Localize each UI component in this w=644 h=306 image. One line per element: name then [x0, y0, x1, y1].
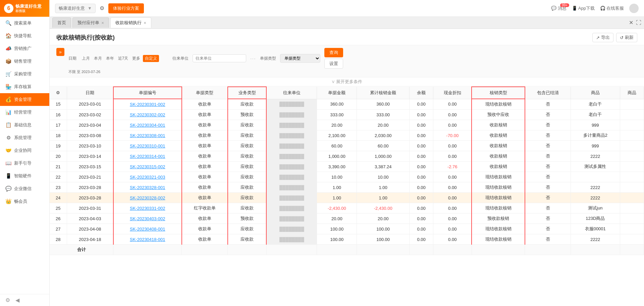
last-month-btn[interactable]: 上月 — [80, 55, 91, 62]
sidebar-item-采购管理[interactable]: 🛒采购管理 — [0, 68, 49, 80]
sidebar-icon-0: 🔍 — [5, 20, 11, 26]
close-tab-btn[interactable]: ✕ — [629, 19, 633, 26]
table-row[interactable]: 25 2023-03-31 SK-20230331-002 红字收款单 应收款 … — [50, 203, 644, 213]
sidebar-item-营销推广[interactable]: 📣营销推广 — [0, 42, 49, 55]
this-month-btn[interactable]: 本月 — [93, 55, 103, 62]
partner-input[interactable] — [193, 54, 246, 62]
export-button[interactable]: ↗ 导出 — [592, 33, 613, 42]
cell-balance: 0.00 — [410, 99, 433, 110]
expand-row: ∨ 展开更多条件 — [50, 77, 644, 86]
sidebar-item-企业协同[interactable]: 🤝企业协同 — [0, 144, 49, 157]
table-row[interactable]: 27 2023-04-08 SK-20230408-001 收款单 应收款 ██… — [50, 224, 644, 234]
message-count: 99+ — [560, 3, 569, 7]
sidebar-item-销售管理[interactable]: 📦销售管理 — [0, 55, 49, 68]
refresh-button[interactable]: ↺ 刷新 — [616, 33, 637, 42]
table-row[interactable]: 17 2023-03-04 SK-20230304-001 收款单 应收款 ██… — [50, 120, 644, 130]
expand-more-btn[interactable]: ∨ 展开更多条件 — [331, 79, 363, 85]
table-row[interactable]: 21 2023-03-15 SK-20230315-002 收款单 应收款 ██… — [50, 162, 644, 172]
col-balance: 余额 — [410, 87, 433, 99]
cell-amount: 100.00 — [317, 224, 357, 234]
query-button[interactable]: 查询 — [324, 48, 343, 57]
cell-cash-discount: 0.00 — [433, 141, 472, 151]
table-row[interactable]: 22 2023-03-21 SK-20230321-003 收款单 应收款 ██… — [50, 172, 644, 182]
tab-close-1[interactable]: ✕ — [101, 21, 104, 25]
table-row[interactable]: 18 2023-03-08 SK-20230308-001 收款单 应收款 ██… — [50, 130, 644, 141]
cell-balance: 0.00 — [410, 224, 433, 234]
bill-no-link[interactable]: SK-20230408-001 — [130, 227, 165, 232]
sidebar-item-基础信息[interactable]: 📋基础信息 — [0, 119, 49, 131]
sidebar-item-新手引导[interactable]: 📖新手引导 — [0, 157, 49, 170]
cell-bill-no: SK-20230418-001 — [113, 234, 182, 245]
cell-biz-type: 应收款 — [228, 234, 267, 245]
bill-no-link[interactable]: SK-20230310-001 — [130, 143, 165, 148]
cell-bill-no: SK-20230301-002 — [113, 99, 182, 110]
last7-btn[interactable]: 近7天 — [117, 55, 130, 62]
cell-bill-no: SK-20230315-002 — [113, 162, 182, 172]
bill-no-link[interactable]: SK-20230321-003 — [130, 175, 165, 180]
user-avatar[interactable] — [629, 4, 639, 13]
app-download-link[interactable]: 📱 App下载 — [572, 5, 595, 11]
cell-include-settled: 否 — [525, 203, 571, 213]
bill-no-link[interactable]: SK-20230314-001 — [130, 154, 165, 159]
cell-amount: 1,000.00 — [317, 151, 357, 162]
bill-no-link[interactable]: SK-20230418-001 — [130, 237, 165, 242]
cell-biz-type: 应收款 — [228, 120, 267, 130]
sidebar-item-库存核算[interactable]: 🏪库存核算 — [0, 80, 49, 93]
sidebar-item-智能硬件[interactable]: 📱智能硬件 — [0, 170, 49, 182]
more-date-btn[interactable]: 更多 — [131, 55, 142, 62]
topbar-gear-icon[interactable]: ⚙ — [100, 5, 104, 11]
filter-date-group: 日期 上月 本月 本年 近7天 更多 自定义 往来单位 ··· — [68, 48, 343, 74]
tab-0[interactable]: 首页 — [52, 17, 71, 28]
sidebar-item-快捷导航[interactable]: 🏠快捷导航 — [0, 29, 49, 42]
message-badge[interactable]: 💬 消息 99+ — [551, 5, 567, 11]
sidebar-item-系统管理[interactable]: ⚙系统管理 — [0, 131, 49, 144]
cell-no: 16 — [50, 110, 67, 120]
trial-button[interactable]: 体验行业方案 — [108, 3, 144, 13]
col-settings[interactable]: ⚙ — [50, 87, 67, 99]
bill-type-select[interactable]: 单据类型 — [280, 54, 320, 63]
bill-no-link[interactable]: SK-20230301-002 — [130, 102, 165, 107]
table-row[interactable]: 16 2023-03-02 SK-20230302-002 收款单 预收款 ██… — [50, 110, 644, 120]
sidebar-label-7: 经营管理 — [14, 109, 32, 115]
table-row[interactable]: 15 2023-03-01 SK-20230301-002 收款单 应收款 ██… — [50, 99, 644, 110]
bill-no-link[interactable]: SK-20230328-001 — [130, 185, 165, 190]
maximize-btn[interactable]: ⛶ — [636, 20, 641, 26]
cell-goods2 — [620, 182, 644, 193]
bill-no-link[interactable]: SK-20230328-002 — [130, 195, 165, 200]
sidebar-icon-4: 🛒 — [5, 71, 11, 77]
table-row[interactable]: 19 2023-03-10 SK-20230310-001 收款单 应收款 ██… — [50, 141, 644, 151]
table-row[interactable]: 28 2023-04-18 SK-20230418-001 收款单 应收款 ██… — [50, 234, 644, 245]
table-row[interactable]: 20 2023-03-14 SK-20230314-001 收款单 应收款 ██… — [50, 151, 644, 162]
sidebar-item-经营管理[interactable]: 📊经营管理 — [0, 106, 49, 119]
breadcrumb-dropdown-icon[interactable]: ▼ — [88, 6, 92, 11]
bill-no-link[interactable]: SK-20230302-002 — [130, 112, 165, 117]
sidebar-item-畅会员[interactable]: 👑畅会员 — [0, 195, 49, 208]
custom-date-btn[interactable]: 自定义 — [143, 55, 159, 62]
sidebar-icon-12: 📱 — [5, 173, 11, 179]
cell-bill-no: SK-20230328-001 — [113, 182, 182, 193]
cell-bill-type: 收款单 — [182, 213, 228, 224]
table-container[interactable]: ⚙ 日期 单据编号 单据类型 业务类型 往来单位 单据金额 累计核销金额 余额 … — [50, 86, 644, 306]
collapse-icon[interactable]: ◀ — [15, 297, 19, 303]
settings-icon[interactable]: ⚙ — [5, 297, 10, 303]
table-row[interactable]: 24 2023-03-28 SK-20230328-002 收款单 应收款 ██… — [50, 193, 644, 203]
bill-no-link[interactable]: SK-20230403-002 — [130, 216, 165, 221]
tab-close-2[interactable]: ✕ — [144, 21, 146, 25]
sidebar-item-企业微信[interactable]: 💬企业微信 — [0, 182, 49, 195]
filter-toggle-btn[interactable]: » — [56, 48, 64, 56]
bill-no-link[interactable]: SK-20230315-002 — [130, 164, 165, 169]
this-year-btn[interactable]: 本年 — [105, 55, 115, 62]
table-row[interactable]: 26 2023-04-03 SK-20230403-002 收款单 预收款 ██… — [50, 213, 644, 224]
online-service-link[interactable]: 🎧 在线客服 — [600, 5, 624, 11]
tab-1[interactable]: 预付应付单✕ — [72, 17, 109, 28]
tab-2[interactable]: 收款核销执行✕ — [110, 17, 151, 28]
settings-icon: ⚙ — [56, 90, 60, 95]
cell-write-off-type: 现结收款核销 — [472, 234, 525, 245]
bill-no-link[interactable]: SK-20230304-001 — [130, 123, 165, 128]
bill-no-link[interactable]: SK-20230308-001 — [130, 133, 165, 138]
sidebar-item-搜索菜单[interactable]: 🔍搜索菜单 — [0, 17, 49, 29]
table-row[interactable]: 23 2023-03-28 SK-20230328-001 收款单 应收款 ██… — [50, 182, 644, 193]
bill-no-link[interactable]: SK-20230331-002 — [130, 206, 165, 211]
sidebar-item-资金管理[interactable]: 💰资金管理 — [0, 93, 49, 106]
setting-button[interactable]: 设置 — [324, 59, 343, 69]
